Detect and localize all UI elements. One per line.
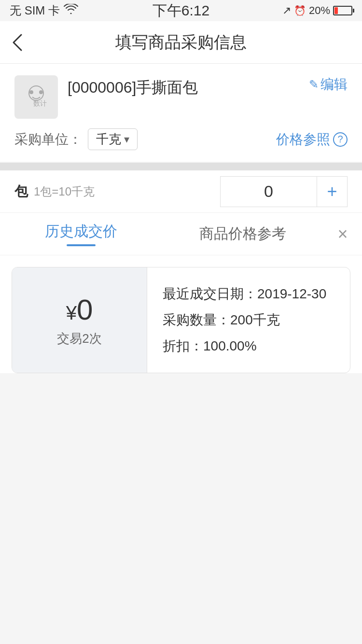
page-title: 填写商品采购信息 [115, 31, 247, 54]
unit-label: 采购单位： [14, 130, 82, 149]
product-info: 数计 [0000006]手撕面包 [14, 75, 309, 119]
price-reference-button[interactable]: 价格参照 ? [276, 130, 348, 149]
purchase-qty-label: 采购数量： [163, 312, 230, 327]
back-button[interactable] [12, 33, 23, 52]
purchase-qty-value: 200千克 [230, 312, 280, 327]
recent-date-row: 最近成交日期：2019-12-30 [163, 285, 334, 303]
product-name: [0000006]手撕面包 [68, 77, 198, 98]
location-icon: ↗ [282, 4, 291, 17]
dropdown-icon: ▾ [124, 133, 129, 146]
alarm-icon: ⏰ [294, 5, 306, 16]
product-image: 数计 [14, 75, 58, 119]
quantity-input[interactable] [220, 176, 317, 207]
tab-history-price[interactable]: 历史成交价 [0, 213, 162, 255]
svg-text:数计: 数计 [33, 99, 47, 107]
tab-panel: 历史成交价 商品价格参考 × ¥0 交易2次 最近成交日期：2019-12-30 [0, 213, 362, 373]
tab-header: 历史成交价 商品价格参考 × [0, 213, 362, 255]
discount-value: 100.00% [203, 338, 257, 353]
section-divider [0, 163, 362, 170]
unit-left: 采购单位： 千克 ▾ [14, 128, 138, 150]
status-carrier: 无 SIM 卡 [10, 3, 78, 18]
edit-label: 编辑 [320, 75, 348, 94]
history-card: ¥0 交易2次 最近成交日期：2019-12-30 采购数量：200千克 折扣：… [12, 267, 350, 373]
tab-history-label: 历史成交价 [45, 222, 117, 241]
svg-point-2 [39, 90, 43, 94]
status-time: 下午6:12 [153, 1, 209, 21]
purchase-qty-row: 采购数量：200千克 [163, 311, 334, 329]
recent-date-label: 最近成交日期： [163, 286, 257, 301]
quantity-control: + [220, 176, 348, 207]
page-content: 数计 [0000006]手撕面包 ✎ 编辑 采购单位： 千克 ▾ [0, 64, 362, 644]
product-unit-row: 采购单位： 千克 ▾ 价格参照 ? [14, 128, 348, 150]
product-card: 数计 [0000006]手撕面包 ✎ 编辑 采购单位： 千克 ▾ [0, 64, 362, 162]
tab-close-button[interactable]: × [323, 213, 362, 255]
battery-percent: 20% [309, 4, 330, 17]
quantity-plus-button[interactable]: + [317, 176, 348, 207]
tab-active-indicator [67, 244, 96, 246]
product-logo: 数计 [22, 84, 51, 111]
price-ref-label: 价格参照 [276, 130, 330, 149]
battery-icon [333, 6, 352, 15]
trade-count: 交易2次 [57, 330, 101, 347]
plus-icon: + [327, 182, 337, 202]
quantity-row: 包 1包=10千克 + [0, 170, 362, 213]
edit-icon: ✎ [309, 78, 319, 91]
help-icon[interactable]: ? [333, 132, 348, 147]
close-icon: × [337, 224, 348, 244]
price-number: 0 [77, 294, 93, 326]
wifi-icon [64, 4, 78, 17]
currency-symbol: ¥ [66, 302, 77, 323]
history-price-value: ¥0 [66, 293, 93, 326]
unit-badge: 包 [14, 182, 28, 201]
discount-row: 折扣：100.00% [163, 337, 334, 355]
history-price-section: ¥0 交易2次 [12, 267, 147, 373]
unit-select[interactable]: 千克 ▾ [88, 128, 138, 150]
tab-price-ref-label: 商品价格参考 [199, 224, 286, 244]
product-header: 数计 [0000006]手撕面包 ✎ 编辑 [14, 75, 348, 119]
svg-point-1 [29, 90, 33, 94]
nav-bar: 填写商品采购信息 [0, 21, 362, 64]
unit-hint: 1包=10千克 [34, 184, 95, 199]
history-details-section: 最近成交日期：2019-12-30 采购数量：200千克 折扣：100.00% [147, 267, 350, 373]
quantity-label: 包 1包=10千克 [14, 182, 95, 201]
edit-button[interactable]: ✎ 编辑 [309, 75, 348, 94]
tab-price-reference[interactable]: 商品价格参考 [162, 213, 323, 255]
carrier-text: 无 SIM 卡 [10, 3, 60, 18]
status-bar: 无 SIM 卡 下午6:12 ↗ ⏰ 20% [0, 0, 362, 21]
product-details: [0000006]手撕面包 [68, 75, 198, 98]
discount-label: 折扣： [163, 338, 203, 353]
recent-date-value: 2019-12-30 [257, 286, 326, 301]
status-right: ↗ ⏰ 20% [282, 4, 352, 17]
unit-value: 千克 [96, 131, 121, 148]
